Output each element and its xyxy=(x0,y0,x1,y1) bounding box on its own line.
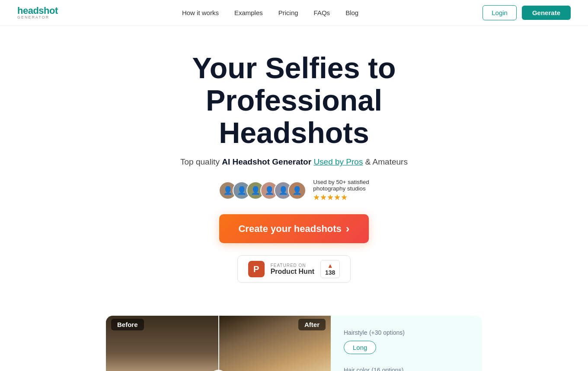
nav-link-how-it-works[interactable]: How it works xyxy=(182,9,219,16)
hairstyle-value[interactable]: Long xyxy=(344,341,376,354)
split-line xyxy=(218,316,219,371)
hero-title-line1: Your Selfies to Professional xyxy=(192,51,396,117)
hairstyle-label: Hairstyle (+30 options) xyxy=(344,329,469,336)
product-hunt-badge[interactable]: P FEATURED ON Product Hunt ▲ 138 xyxy=(237,255,351,283)
after-label: After xyxy=(298,319,326,330)
product-hunt-name: Product Hunt xyxy=(271,268,314,276)
login-button[interactable]: Login xyxy=(483,5,517,20)
nav-links: How it works Examples Pricing FAQs Blog xyxy=(182,9,358,16)
hair-color-group: Hair color (16 options) Blond xyxy=(344,366,469,371)
demo-options-panel: Hairstyle (+30 options) Long Hair color … xyxy=(331,316,482,371)
product-hunt-upvote[interactable]: ▲ 138 xyxy=(320,260,340,278)
avatar-text: Used by 50+ satisfied photography studio… xyxy=(313,179,369,202)
before-label: Before xyxy=(111,319,144,330)
logo-sub: GENERATOR xyxy=(17,16,58,19)
avatars-row: 👤 👤 👤 👤 👤 👤 Used by 50+ satisfied photog… xyxy=(9,179,579,202)
product-hunt-text: FEATURED ON Product Hunt xyxy=(271,263,314,276)
logo-main: headshot xyxy=(17,6,58,16)
ph-count: 138 xyxy=(325,269,335,276)
avatar-text-line1: Used by 50+ satisfied xyxy=(313,179,369,185)
avatar-6: 👤 xyxy=(288,181,306,200)
hair-color-label: Hair color (16 options) xyxy=(344,366,469,371)
before-after-container: Before After xyxy=(106,316,331,371)
subtitle-prefix: Top quality xyxy=(180,157,222,166)
avatars-group: 👤 👤 👤 👤 👤 👤 xyxy=(219,181,306,200)
cta-label: Create your headshots xyxy=(238,223,341,235)
before-label-wrapper: Before xyxy=(111,321,144,329)
before-half: Before xyxy=(106,316,218,371)
after-label-wrapper: After xyxy=(298,321,326,329)
cta-arrow: › xyxy=(346,222,350,235)
subtitle-link[interactable]: Used by Pros xyxy=(313,157,363,166)
hero-title: Your Selfies to Professional Headshots xyxy=(108,52,480,149)
navbar: headshot GENERATOR How it works Examples… xyxy=(0,0,588,26)
avatar-text-line2: photography studios xyxy=(313,185,369,192)
after-half: After xyxy=(218,316,331,371)
logo[interactable]: headshot GENERATOR xyxy=(17,6,58,19)
hero-subtitle: Top quality AI Headshot Generator Used b… xyxy=(9,157,579,167)
ph-arrow-icon: ▲ xyxy=(327,262,333,269)
nav-link-examples[interactable]: Examples xyxy=(234,9,263,16)
nav-actions: Login Generate xyxy=(483,5,571,20)
nav-link-faqs[interactable]: FAQs xyxy=(314,9,330,16)
hero-section: Your Selfies to Professional Headshots T… xyxy=(0,26,588,300)
hairstyle-group: Hairstyle (+30 options) Long xyxy=(344,329,469,354)
subtitle-suffix: & Amateurs xyxy=(363,157,408,166)
generate-button[interactable]: Generate xyxy=(522,6,571,20)
product-hunt-icon: P xyxy=(248,261,265,277)
hero-title-line2: Headshots xyxy=(219,116,369,149)
cta-button[interactable]: Create your headshots › xyxy=(219,214,368,243)
subtitle-brand: AI Headshot Generator xyxy=(222,157,311,166)
stars: ★★★★★ xyxy=(313,193,369,202)
product-hunt-featured: FEATURED ON xyxy=(271,263,314,268)
demo-section: Before After Hairstyle (+30 options) Lon… xyxy=(106,316,482,371)
nav-link-blog[interactable]: Blog xyxy=(345,9,358,16)
nav-link-pricing[interactable]: Pricing xyxy=(278,9,298,16)
